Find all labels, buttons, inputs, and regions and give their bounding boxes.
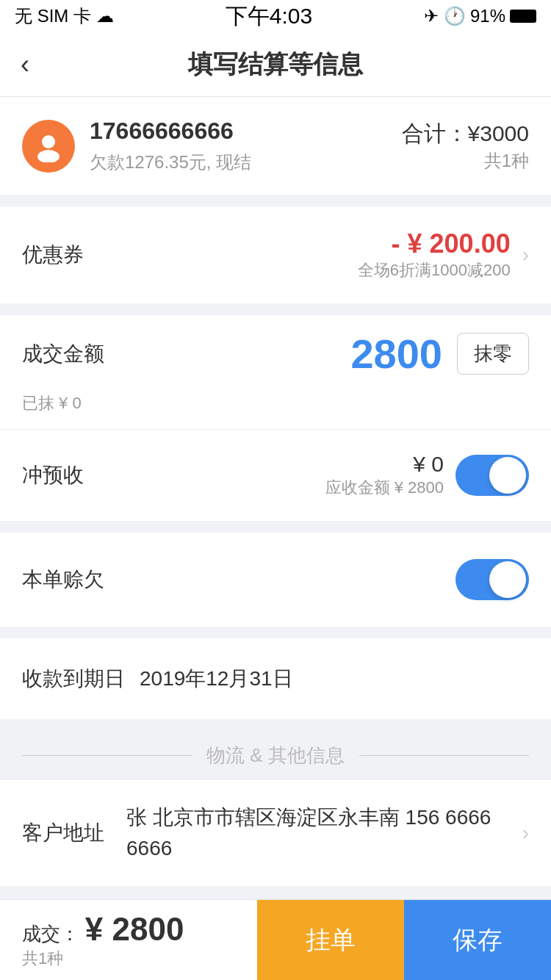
footer-btn-group: 挂单 保存 xyxy=(257,900,551,980)
status-bar: 无 SIM 卡 ☁ 下午4:03 ✈ 🕐 91% xyxy=(0,0,551,32)
customer-phone: 17666666666 xyxy=(90,118,251,145)
prepay-value: ¥ 0 xyxy=(325,452,444,477)
logistics-label: 物流 & 其他信息 xyxy=(206,743,345,768)
total-amount: 合计：¥3000 xyxy=(402,119,529,149)
logistics-divider: 物流 & 其他信息 xyxy=(0,731,551,780)
customer-left: 17666666666 欠款1276.35元, 现结 xyxy=(22,118,251,174)
svg-point-1 xyxy=(37,150,60,162)
total-count: 共1种 xyxy=(402,149,529,173)
battery-icon: ✈ 🕐 xyxy=(424,6,466,26)
debt-toggle[interactable] xyxy=(455,559,529,600)
footer: 成交： ¥ 2800 共1种 挂单 保存 xyxy=(0,899,551,980)
status-right: ✈ 🕐 91% xyxy=(424,6,536,26)
coupon-section: 优惠券 - ¥ 200.00 全场6折满1000减200 › xyxy=(0,206,551,303)
address-chevron-icon: › xyxy=(522,821,529,845)
pending-button[interactable]: 挂单 xyxy=(257,900,404,980)
coupon-label: 优惠券 xyxy=(22,241,84,269)
debt-row: 本单赊欠 xyxy=(0,533,551,627)
due-date-row: 收款到期日 2019年12月31日 xyxy=(0,638,551,719)
footer-deal-label: 成交： xyxy=(22,923,79,945)
footer-deal-amount: ¥ 2800 xyxy=(85,911,184,947)
toggle-knob xyxy=(489,457,526,494)
footer-info: 成交： ¥ 2800 共1种 xyxy=(0,911,257,970)
battery-percent: 91% xyxy=(470,6,505,26)
coupon-row[interactable]: 优惠券 - ¥ 200.00 全场6折满1000减200 › xyxy=(0,206,551,303)
deal-sub-text: 已抹 ¥ 0 xyxy=(0,392,551,429)
divider-line-left xyxy=(22,755,192,756)
deal-amount-label: 成交金额 xyxy=(22,340,104,368)
prepay-sub: 应收金额 ¥ 2800 xyxy=(325,477,444,499)
prepay-label: 冲预收 xyxy=(22,461,84,489)
footer-deal-wrap: 成交： ¥ 2800 xyxy=(22,911,235,948)
address-label: 客户地址 xyxy=(22,819,104,847)
customer-info: 17666666666 欠款1276.35元, 现结 xyxy=(90,118,251,174)
coupon-right: - ¥ 200.00 全场6折满1000减200 › xyxy=(358,228,529,281)
address-value: 张 北京市市辖区海淀区永丰南 156 6666 6666 xyxy=(126,802,522,864)
deal-amount-value: 2800 xyxy=(350,334,442,375)
status-time: 下午4:03 xyxy=(226,1,312,32)
page-title: 填写结算等信息 xyxy=(188,48,363,82)
content: 17666666666 欠款1276.35元, 现结 合计：¥3000 共1种 … xyxy=(0,97,551,980)
due-date-value: 2019年12月31日 xyxy=(140,665,293,693)
divider-line-right xyxy=(359,755,529,756)
back-button[interactable]: ‹ xyxy=(21,49,29,80)
coupon-amount: - ¥ 200.00 xyxy=(358,228,511,259)
erase-button[interactable]: 抹零 xyxy=(457,333,529,375)
debt-label: 本单赊欠 xyxy=(22,566,104,594)
sim-label: 无 SIM 卡 ☁ xyxy=(15,4,114,28)
nav-bar: ‹ 填写结算等信息 xyxy=(0,32,551,97)
due-date-label: 收款到期日 xyxy=(22,665,125,693)
prepay-toggle[interactable] xyxy=(455,455,529,496)
customer-card: 17666666666 欠款1276.35元, 现结 合计：¥3000 共1种 xyxy=(0,97,551,195)
coupon-chevron-icon: › xyxy=(522,243,529,267)
prepay-right: ¥ 0 应收金额 ¥ 2800 xyxy=(325,452,529,499)
prepay-value-wrap: ¥ 0 应收金额 ¥ 2800 xyxy=(325,452,444,499)
status-left: 无 SIM 卡 ☁ xyxy=(15,4,114,28)
avatar-icon xyxy=(32,130,65,162)
avatar xyxy=(22,120,75,173)
debt-toggle-knob xyxy=(489,561,526,598)
customer-right: 合计：¥3000 共1种 xyxy=(402,119,529,173)
battery-bar xyxy=(510,10,536,23)
address-row[interactable]: 客户地址 张 北京市市辖区海淀区永丰南 156 6666 6666 › xyxy=(0,780,551,886)
prepay-row: 冲预收 ¥ 0 应收金额 ¥ 2800 xyxy=(0,429,551,521)
deal-section: 成交金额 2800 抹零 已抹 ¥ 0 冲预收 ¥ 0 应收金额 ¥ 2800 xyxy=(0,315,551,521)
svg-point-0 xyxy=(42,135,55,148)
deal-row-right: 2800 抹零 xyxy=(350,333,529,375)
coupon-desc: 全场6折满1000减200 xyxy=(358,259,511,281)
deal-amount-row: 成交金额 2800 抹零 xyxy=(0,315,551,392)
customer-note: 欠款1276.35元, 现结 xyxy=(90,151,251,174)
footer-count: 共1种 xyxy=(22,948,235,970)
save-button[interactable]: 保存 xyxy=(404,900,551,980)
